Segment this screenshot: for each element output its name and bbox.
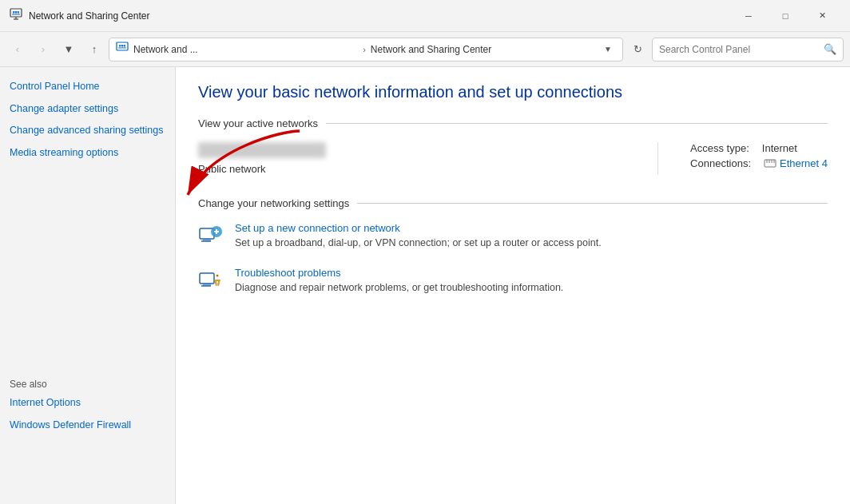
sidebar: Control Panel Home Change adapter settin… xyxy=(0,67,176,504)
maximize-button[interactable]: □ xyxy=(767,3,804,29)
window-icon xyxy=(10,8,22,23)
new-connection-text: Set up a new connection or network Set u… xyxy=(235,222,602,251)
network-type: Public network xyxy=(198,163,641,175)
address-short: Network and ... xyxy=(133,44,358,55)
address-current: Network and Sharing Center xyxy=(371,44,595,55)
new-connection-link[interactable]: Set up a new connection or network xyxy=(235,222,602,234)
ethernet-icon xyxy=(764,158,777,169)
close-button[interactable]: ✕ xyxy=(804,3,840,29)
connections-label: Connections: xyxy=(690,157,751,169)
see-also-label: See also xyxy=(10,379,166,390)
minimize-button[interactable]: ─ xyxy=(730,3,767,29)
up-button[interactable]: ↑ xyxy=(83,38,105,61)
svg-point-37 xyxy=(216,274,219,276)
svg-rect-34 xyxy=(200,273,214,284)
new-connection-desc: Set up a broadband, dial-up, or VPN conn… xyxy=(235,237,602,248)
sidebar-item-windows-firewall[interactable]: Windows Defender Firewall xyxy=(10,419,166,433)
back-button[interactable]: ‹ xyxy=(6,38,29,61)
page-title: View your basic network information and … xyxy=(198,83,828,101)
ethernet-link-text: Ethernet 4 xyxy=(780,157,828,169)
active-networks-header: View your active networks xyxy=(198,117,828,129)
forward-button[interactable]: › xyxy=(32,38,54,61)
settings-item-new-connection: Set up a new connection or network Set u… xyxy=(198,222,828,251)
titlebar: Network and Sharing Center ─ □ ✕ xyxy=(0,0,850,32)
access-type-label: Access type: xyxy=(690,142,749,154)
networking-settings-title: Change your networking settings xyxy=(198,197,349,209)
network-info: Public network xyxy=(198,142,657,175)
window-controls: ─ □ ✕ xyxy=(730,3,840,29)
troubleshoot-icon xyxy=(198,268,224,294)
troubleshoot-desc: Diagnose and repair network problems, or… xyxy=(235,282,563,293)
network-name-blurred xyxy=(198,142,326,158)
address-bar[interactable]: Network and ... › Network and Sharing Ce… xyxy=(109,38,623,62)
address-bar-icon xyxy=(116,42,129,57)
active-networks-title: View your active networks xyxy=(198,117,318,129)
access-type-value: Internet xyxy=(762,142,797,154)
networking-settings-header: Change your networking settings xyxy=(198,197,828,209)
content-area: View your basic network information and … xyxy=(176,67,850,504)
network-access: Access type: Internet Connections: Eth xyxy=(657,142,828,175)
search-icon: 🔍 xyxy=(824,43,836,55)
new-connection-icon xyxy=(198,224,224,249)
active-networks-panel: Public network Access type: Internet Con… xyxy=(198,142,828,175)
search-input[interactable] xyxy=(659,44,819,55)
settings-item-troubleshoot: Troubleshoot problems Diagnose and repai… xyxy=(198,267,828,296)
address-dropdown-button[interactable]: ▼ xyxy=(600,38,616,61)
main-layout: Control Panel Home Change adapter settin… xyxy=(0,67,850,504)
access-type-row: Access type: Internet xyxy=(690,142,828,154)
connections-row: Connections: Ethernet 4 xyxy=(690,157,828,169)
dropdown-button[interactable]: ▼ xyxy=(58,38,80,61)
titlebar-left: Network and Sharing Center xyxy=(10,8,149,23)
ethernet-link[interactable]: Ethernet 4 xyxy=(764,157,828,169)
svg-point-39 xyxy=(216,284,218,286)
address-separator: › xyxy=(363,45,366,54)
search-bar[interactable]: 🔍 xyxy=(652,38,844,62)
troubleshoot-text: Troubleshoot problems Diagnose and repai… xyxy=(235,267,563,296)
sidebar-item-internet-options[interactable]: Internet Options xyxy=(10,396,166,411)
navbar: ‹ › ▼ ↑ Network and ... › Network and Sh… xyxy=(0,32,850,67)
sidebar-item-control-panel-home[interactable]: Control Panel Home xyxy=(10,80,165,94)
window-title: Network and Sharing Center xyxy=(29,10,149,22)
section-divider xyxy=(326,123,828,124)
refresh-button[interactable]: ↻ xyxy=(626,38,649,61)
troubleshoot-link[interactable]: Troubleshoot problems xyxy=(235,267,563,279)
section-divider-2 xyxy=(357,203,828,204)
